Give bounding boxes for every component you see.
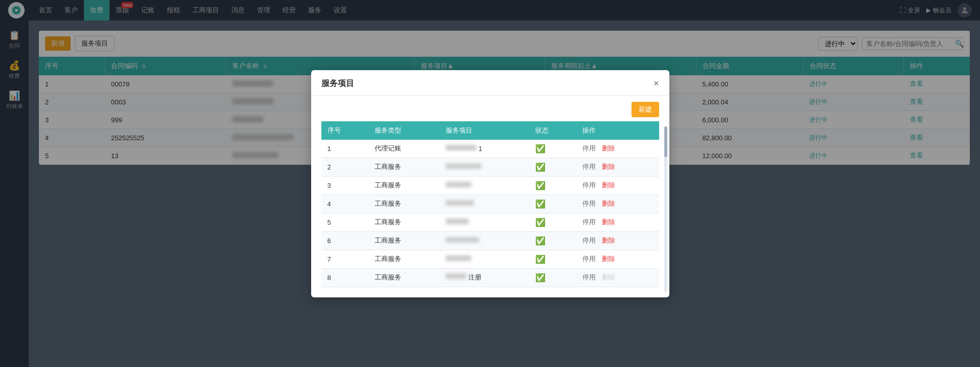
delete-btn-6[interactable]: 删除: [602, 236, 615, 244]
service-row-7: 7 工商服务 ✅ 停用 删除: [321, 250, 659, 268]
service-row-3: 3 工商服务 ✅ 停用 删除: [321, 176, 659, 195]
stop-btn-2[interactable]: 停用: [582, 163, 596, 170]
stop-btn-1[interactable]: 停用: [582, 144, 596, 152]
service-items-modal: 服务项目 × 新建 序号 服务类型 服务项目 状态 操作: [311, 70, 669, 297]
service-row-6: 6 工商服务 ✅ 停用 删除: [321, 231, 659, 250]
modal-toolbar: 新建: [311, 96, 669, 121]
modal-scrollbar-thumb[interactable]: [664, 126, 667, 157]
delete-btn-5[interactable]: 删除: [602, 218, 615, 226]
service-row-8: 8 工商服务 注册 ✅ 停用 删除: [321, 268, 659, 287]
delete-btn-4[interactable]: 删除: [602, 200, 615, 207]
service-table: 序号 服务类型 服务项目 状态 操作 1 代理记账 1 ✅: [321, 121, 659, 287]
stop-btn-6[interactable]: 停用: [582, 236, 596, 244]
delete-btn-1[interactable]: 删除: [602, 144, 615, 152]
stop-btn-3[interactable]: 停用: [582, 181, 596, 189]
delete-btn-7[interactable]: 删除: [602, 255, 615, 263]
modal-header: 服务项目 ×: [311, 70, 669, 96]
delete-btn-8[interactable]: 删除: [602, 273, 615, 281]
service-row-1: 1 代理记账 1 ✅ 停用 删除: [321, 140, 659, 158]
stop-btn-5[interactable]: 停用: [582, 218, 596, 226]
service-row-4: 4 工商服务 ✅ 停用 删除: [321, 195, 659, 213]
modal-col-item: 服务项目: [440, 121, 529, 140]
modal-scrollbar-track[interactable]: [664, 126, 667, 292]
stop-btn-7[interactable]: 停用: [582, 255, 596, 263]
stop-btn-4[interactable]: 停用: [582, 200, 596, 207]
modal-overlay[interactable]: 服务项目 × 新建 序号 服务类型 服务项目 状态 操作: [0, 0, 980, 367]
modal-col-seq: 序号: [321, 121, 368, 140]
stop-btn-8[interactable]: 停用: [582, 273, 596, 281]
service-row-2: 2 工商服务 ✅ 停用 删除: [321, 158, 659, 176]
modal-col-type: 服务类型: [368, 121, 440, 140]
modal-col-action: 操作: [576, 121, 659, 140]
modal-close-btn[interactable]: ×: [654, 79, 659, 88]
service-table-header: 序号 服务类型 服务项目 状态 操作: [321, 121, 659, 140]
delete-btn-2[interactable]: 删除: [602, 163, 615, 170]
service-table-body: 1 代理记账 1 ✅ 停用 删除 2 工商服务: [321, 140, 659, 287]
modal-title: 服务项目: [321, 78, 354, 89]
service-row-5: 5 工商服务 ✅ 停用 删除: [321, 213, 659, 231]
modal-new-btn[interactable]: 新建: [631, 102, 659, 117]
delete-btn-3[interactable]: 删除: [602, 181, 615, 189]
modal-col-status: 状态: [529, 121, 576, 140]
modal-body: 序号 服务类型 服务项目 状态 操作 1 代理记账 1 ✅: [311, 121, 669, 297]
